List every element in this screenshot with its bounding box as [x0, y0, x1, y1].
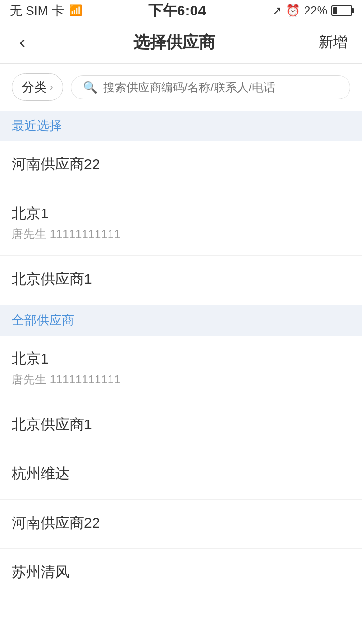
item-sub: 唐先生 11111111111 — [12, 226, 350, 242]
list-item[interactable]: 河南供应商22 — [0, 500, 362, 549]
section-header-all: 全部供应商 — [0, 305, 362, 336]
status-time: 下午6:04 — [148, 1, 206, 21]
list-item[interactable]: 北京供应商1 — [0, 401, 362, 450]
list-item[interactable]: 河南供应商22 — [0, 141, 362, 190]
item-name: 北京1 — [12, 204, 350, 224]
sections-container: 最近选择河南供应商22北京1唐先生 11111111111北京供应商1全部供应商… — [0, 111, 362, 598]
item-sub: 唐先生 11111111111 — [12, 372, 350, 387]
chevron-right-icon: › — [50, 82, 53, 93]
list-item[interactable]: 北京1唐先生 11111111111 — [0, 336, 362, 401]
item-name: 北京供应商1 — [12, 415, 350, 434]
location-icon: ↗ — [272, 4, 282, 17]
item-name: 杭州维达 — [12, 464, 350, 484]
list-item[interactable]: 苏州清风 — [0, 549, 362, 598]
list-item[interactable]: 北京1唐先生 11111111111 — [0, 190, 362, 256]
search-box: 🔍 — [71, 75, 350, 99]
page-title: 选择供应商 — [133, 31, 215, 54]
item-name: 苏州清风 — [12, 562, 350, 582]
status-left: 无 SIM 卡 📶 — [10, 2, 82, 19]
sim-status: 无 SIM 卡 — [10, 2, 64, 19]
category-label: 分类 — [22, 79, 47, 96]
item-name: 河南供应商22 — [12, 154, 350, 174]
filter-bar: 分类 › 🔍 — [0, 64, 362, 111]
back-button[interactable]: ‹ — [14, 28, 30, 57]
nav-bar: ‹ 选择供应商 新增 — [0, 21, 362, 64]
status-bar: 无 SIM 卡 📶 下午6:04 ↗ ⏰ 22% — [0, 0, 362, 21]
list-item[interactable]: 杭州维达 — [0, 450, 362, 500]
item-name: 河南供应商22 — [12, 513, 350, 533]
battery-percent: 22% — [304, 4, 327, 17]
battery-icon — [331, 5, 352, 16]
item-name: 北京供应商1 — [12, 269, 350, 289]
section-header-recent: 最近选择 — [0, 111, 362, 141]
alarm-icon: ⏰ — [286, 4, 300, 17]
list-item[interactable]: 北京供应商1 — [0, 256, 362, 305]
category-filter-button[interactable]: 分类 › — [12, 73, 63, 101]
wifi-icon: 📶 — [69, 4, 82, 17]
item-name: 北京1 — [12, 349, 350, 369]
search-input[interactable] — [103, 81, 338, 94]
search-icon: 🔍 — [83, 81, 97, 94]
status-right: ↗ ⏰ 22% — [272, 4, 352, 17]
new-action-button[interactable]: 新增 — [319, 32, 348, 52]
